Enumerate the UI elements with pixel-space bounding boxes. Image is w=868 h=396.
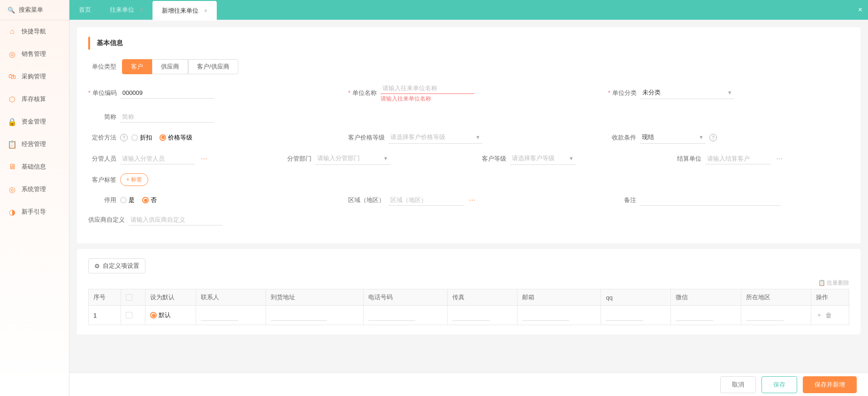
custom-settings-button[interactable]: ⚙ 自定义项设置 [88,258,145,273]
default-label: 默认 [159,311,171,319]
add-tag-label: + 标签 [126,176,142,184]
cell-location[interactable] [741,306,811,325]
guide-icon: ◑ [8,207,17,217]
add-tag-button[interactable]: + 标签 [120,173,148,186]
cell-email[interactable] [517,306,601,325]
settlement-unit-input[interactable] [705,153,771,164]
unit-category-select[interactable]: 未分类 ▼ [640,86,734,99]
select-all-checkbox[interactable] [126,294,132,301]
fax-input[interactable] [452,310,490,321]
sidebar-search[interactable]: 🔍 搜索菜单 [0,0,69,20]
remarks-input[interactable] [640,194,781,206]
save-button[interactable]: 保存 [761,376,797,393]
row-checkbox[interactable] [126,312,132,318]
tab-home[interactable]: 首页 [69,0,100,20]
tab-partners-label: 往来单位 [110,6,134,14]
disabled-no-option[interactable]: 否 [142,196,157,204]
manager-input[interactable] [120,153,195,164]
payment-terms-group: 收款条件 现结 ▼ ? [608,131,849,144]
qq-input[interactable] [606,310,643,321]
region-input[interactable] [388,194,464,206]
payment-terms-select[interactable]: 现结 ▼ [640,131,706,144]
pricing-radio-group: 折扣 价格等级 [131,133,192,142]
disabled-yes-radio[interactable] [120,197,127,203]
disabled-no-radio[interactable] [142,197,149,203]
table-header: 序号 设为默认 联系人 到货地址 电话号码 传真 邮箱 qq 微信 所在地区 [89,289,849,306]
cell-phone[interactable] [364,306,448,325]
customer-price-select[interactable]: 请选择客户价格等级 ▼ [388,131,482,144]
settlement-unit-more[interactable]: ··· [775,155,784,163]
supplier-custom-input[interactable] [129,214,222,225]
tab-partners-close[interactable]: × [140,7,143,13]
tab-bar-close-all[interactable]: × [858,6,862,14]
pricing-discount-label: 折扣 [140,133,152,142]
batch-delete-label[interactable]: 批量删除 [827,280,849,286]
location-input[interactable] [746,310,784,321]
sidebar-item-basic[interactable]: 🖥 基础信息 [0,155,69,178]
delete-row-icon[interactable]: 🗑 [825,311,832,319]
payment-terms-help[interactable]: ? [709,134,717,141]
btn-customer[interactable]: 客户 [122,59,152,74]
cell-qq[interactable] [601,306,671,325]
sidebar-item-guide[interactable]: ◑ 新手引导 [0,201,69,223]
tab-home-label: 首页 [79,6,91,14]
finance-icon: 🔒 [8,117,17,126]
sidebar-item-inventory[interactable]: ⬡ 库存核算 [0,88,69,110]
col-location: 所在地区 [741,289,811,306]
pricing-help-icon[interactable]: ? [120,134,128,141]
btn-supplier[interactable]: 供应商 [152,59,188,74]
col-email: 邮箱 [517,289,601,306]
tab-bar: 首页 往来单位 × 新增往来单位 × × [69,0,868,20]
cell-delivery[interactable] [266,306,363,325]
customer-level-select[interactable]: 请选择客户等级 ▼ [510,152,576,165]
tab-new-partner-close[interactable]: × [204,8,207,14]
pricing-level-option[interactable]: 价格等级 [160,133,192,142]
default-radio-item[interactable]: 默认 [150,311,191,319]
pricing-discount-option[interactable]: 折扣 [131,133,152,142]
remarks-group: 备注 [608,194,849,206]
sidebar-item-purchase[interactable]: 🛍 采购管理 [0,65,69,88]
disabled-yes-option[interactable]: 是 [120,196,135,204]
col-action: 操作 [811,289,849,306]
sidebar-item-quick-nav[interactable]: ⌂ 快捷导航 [0,20,69,43]
unit-name-label: 单位名称 [348,89,377,97]
btn-both[interactable]: 客户/供应商 [188,59,238,74]
pricing-level-radio[interactable] [160,134,166,141]
customer-price-label: 客户价格等级 [348,133,385,142]
cell-wechat[interactable] [671,306,741,325]
phone-input[interactable] [368,310,415,321]
cell-contact[interactable] [196,306,266,325]
quick-nav-icon: ⌂ [8,27,17,36]
contact-input[interactable] [201,310,238,321]
cell-fax[interactable] [447,306,517,325]
sidebar-item-finance[interactable]: 🔒 资金管理 [0,110,69,133]
pricing-discount-radio[interactable] [131,134,138,141]
cancel-button[interactable]: 取消 [720,376,756,393]
unit-code-input[interactable] [121,87,214,99]
purchase-icon: 🛍 [8,72,17,81]
disabled-row: 停用 是 否 [88,194,849,206]
tag-row: 客户标签 + 标签 [88,173,849,186]
save-new-button[interactable]: 保存并新增 [803,376,857,393]
sidebar-item-label: 销售管理 [22,50,46,58]
tab-new-partner[interactable]: 新增往来单位 × [152,1,217,21]
sidebar-item-operations[interactable]: 📋 经营管理 [0,133,69,155]
tab-partners[interactable]: 往来单位 × [100,0,152,20]
unit-name-input[interactable] [381,83,474,94]
email-input[interactable] [522,310,569,321]
sidebar-item-sales[interactable]: ◎ 销售管理 [0,43,69,65]
wechat-input[interactable] [676,310,713,321]
department-select[interactable]: 请输入分管部门 ▼ [315,152,390,165]
sidebar: 🔍 搜索菜单 ⌂ 快捷导航 ◎ 销售管理 🛍 采购管理 ⬡ 库存核算 🔒 资金管… [0,0,69,396]
add-row-icon[interactable]: ＋ [816,311,822,319]
unit-code-label: 单位编码 [88,89,117,97]
abbr-group: 简称 [88,111,849,123]
sidebar-item-system[interactable]: ◎ 系统管理 [0,178,69,201]
manager-more-btn[interactable]: ··· [199,155,209,163]
region-more-btn[interactable]: ··· [467,196,477,204]
default-radio[interactable] [150,312,157,318]
delivery-input[interactable] [271,310,327,321]
sidebar-item-label: 资金管理 [22,117,46,126]
abbr-input[interactable] [120,111,214,123]
table-row: 1 默认 [89,306,849,325]
